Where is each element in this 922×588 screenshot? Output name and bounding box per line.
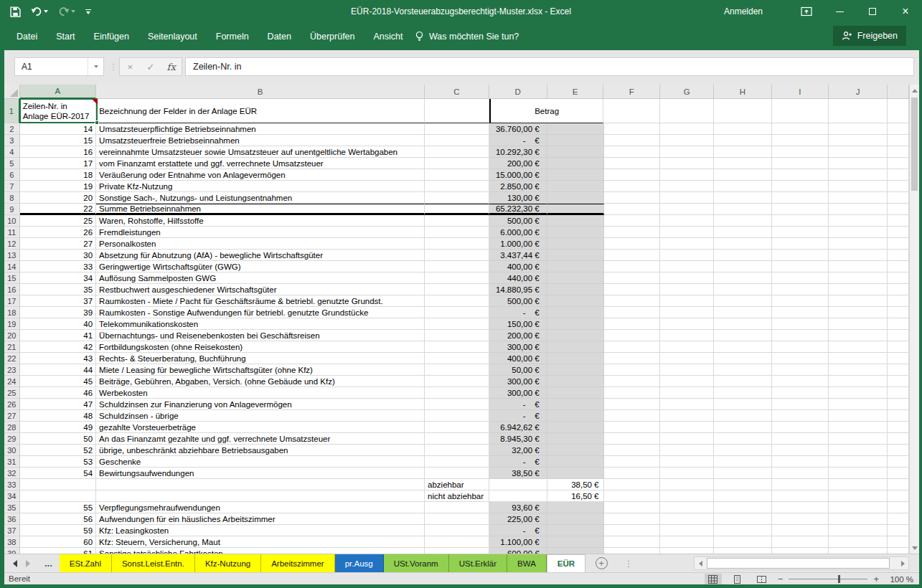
cell-C19[interactable] bbox=[425, 318, 489, 330]
row-header-22[interactable]: 22 bbox=[4, 353, 20, 364]
cell-G24[interactable] bbox=[660, 376, 714, 387]
cell-J7[interactable] bbox=[829, 181, 888, 192]
column-header-f[interactable]: F bbox=[603, 85, 660, 99]
cell-A13[interactable]: 30 bbox=[20, 250, 96, 261]
cell-D1-E1-betrag-header[interactable]: Betrag bbox=[489, 99, 604, 123]
cell-A10[interactable]: 25 bbox=[20, 215, 96, 227]
cell-partial-28[interactable] bbox=[888, 422, 909, 433]
cell-partial-11[interactable] bbox=[888, 227, 909, 238]
cell-A17[interactable]: 37 bbox=[20, 295, 96, 307]
cell-partial-7[interactable] bbox=[888, 181, 909, 192]
cell-H31[interactable] bbox=[714, 456, 772, 468]
cell-C4[interactable] bbox=[425, 146, 489, 158]
cell-J16[interactable] bbox=[829, 284, 888, 295]
row-header-27[interactable]: 27 bbox=[4, 410, 20, 422]
cell-G25[interactable] bbox=[660, 387, 714, 399]
cell-B33[interactable] bbox=[96, 479, 425, 490]
zoom-slider-track[interactable] bbox=[789, 579, 867, 579]
cell-C14[interactable] bbox=[425, 261, 489, 272]
confirm-entry-icon[interactable]: ✓ bbox=[141, 62, 161, 72]
cell-G14[interactable] bbox=[660, 261, 714, 272]
cell-I13[interactable] bbox=[772, 250, 829, 261]
cell-F5[interactable] bbox=[604, 158, 661, 169]
cell-partial-29[interactable] bbox=[888, 433, 909, 445]
cell-I17[interactable] bbox=[772, 295, 829, 307]
cell-A22[interactable]: 43 bbox=[20, 353, 96, 364]
cell-C12[interactable] bbox=[425, 238, 489, 250]
row-header-24[interactable]: 24 bbox=[4, 376, 20, 387]
cell-G18[interactable] bbox=[660, 307, 714, 318]
cell-A28[interactable]: 49 bbox=[20, 422, 96, 433]
column-header-b[interactable]: B bbox=[96, 85, 425, 99]
cell-F32[interactable] bbox=[604, 468, 661, 479]
cell-J24[interactable] bbox=[829, 376, 888, 387]
cell-A14[interactable]: 33 bbox=[20, 261, 96, 272]
cell-I19[interactable] bbox=[772, 318, 829, 330]
previous-sheet-button[interactable] bbox=[13, 560, 17, 567]
cell-A8[interactable]: 20 bbox=[20, 192, 96, 204]
row-header-8[interactable]: 8 bbox=[4, 192, 20, 204]
cell-G26[interactable] bbox=[660, 399, 714, 410]
cell-E10[interactable] bbox=[547, 215, 604, 227]
cell-B22[interactable]: Rechts- & Steuerberatung, Buchführung bbox=[96, 353, 425, 364]
cell-G37[interactable] bbox=[660, 525, 714, 536]
row-header-33[interactable]: 33 bbox=[4, 479, 20, 490]
cell-C1[interactable] bbox=[425, 99, 489, 123]
cell-E15[interactable] bbox=[547, 272, 604, 284]
cell-F36[interactable] bbox=[604, 513, 661, 525]
cell-H38[interactable] bbox=[714, 536, 772, 548]
cell-G12[interactable] bbox=[660, 238, 714, 250]
cell-I23[interactable] bbox=[772, 364, 829, 376]
cell-H9[interactable] bbox=[714, 204, 772, 215]
cell-I31[interactable] bbox=[772, 456, 829, 468]
cell-D14[interactable]: 400,00 € bbox=[489, 261, 547, 272]
cell-G22[interactable] bbox=[660, 353, 714, 364]
cell-I30[interactable] bbox=[772, 445, 829, 456]
cell-F11[interactable] bbox=[604, 227, 661, 238]
cell-D16[interactable]: 14.880,95 € bbox=[489, 284, 547, 295]
cell-G16[interactable] bbox=[660, 284, 714, 295]
cell-F14[interactable] bbox=[604, 261, 661, 272]
sign-in-link[interactable]: Anmelden bbox=[724, 6, 763, 16]
cell-I18[interactable] bbox=[772, 307, 829, 318]
cell-C25[interactable] bbox=[425, 387, 489, 399]
cell-B39[interactable]: Sonstige tatsächliche Fahrtkosten bbox=[96, 548, 425, 554]
cell-J19[interactable] bbox=[829, 318, 888, 330]
cell-H36[interactable] bbox=[714, 513, 772, 525]
cell-J6[interactable] bbox=[829, 169, 888, 181]
cell-I8[interactable] bbox=[772, 192, 829, 204]
cell-D9[interactable]: 65.232,30 € bbox=[489, 204, 547, 215]
row-header-11[interactable]: 11 bbox=[4, 227, 20, 238]
next-sheet-button[interactable] bbox=[26, 560, 30, 567]
cell-G34[interactable] bbox=[660, 490, 714, 502]
cell-H19[interactable] bbox=[714, 318, 772, 330]
cell-partial-17[interactable] bbox=[888, 295, 909, 307]
cell-D13[interactable]: 3.437,44 € bbox=[489, 250, 547, 261]
cell-J10[interactable] bbox=[829, 215, 888, 227]
cell-G21[interactable] bbox=[660, 341, 714, 353]
cell-partial-6[interactable] bbox=[888, 169, 909, 181]
cell-I27[interactable] bbox=[772, 410, 829, 422]
cell-H24[interactable] bbox=[714, 376, 772, 387]
cell-H26[interactable] bbox=[714, 399, 772, 410]
cell-I2[interactable] bbox=[772, 123, 829, 135]
row-header-20[interactable]: 20 bbox=[4, 330, 20, 341]
scroll-up-button[interactable] bbox=[910, 85, 920, 96]
cell-G13[interactable] bbox=[660, 250, 714, 261]
cell-F39[interactable] bbox=[604, 548, 661, 554]
cell-D23[interactable]: 50,00 € bbox=[489, 364, 547, 376]
cell-F23[interactable] bbox=[604, 364, 661, 376]
cell-A26[interactable]: 47 bbox=[20, 399, 96, 410]
cell-E30[interactable] bbox=[547, 445, 604, 456]
cell-partial-38[interactable] bbox=[888, 536, 909, 548]
cell-J22[interactable] bbox=[829, 353, 888, 364]
sheet-tab-bwa[interactable]: BWA bbox=[507, 554, 547, 572]
cell-C20[interactable] bbox=[425, 330, 489, 341]
tell-me-box[interactable]: Was möchten Sie tun? bbox=[415, 23, 519, 50]
cell-B4[interactable]: vereinnahmte Umsatzsteuer sowie Umsatzst… bbox=[96, 146, 425, 158]
cell-C39[interactable] bbox=[425, 548, 489, 554]
cell-H10[interactable] bbox=[714, 215, 772, 227]
cell-F12[interactable] bbox=[604, 238, 661, 250]
cell-A2[interactable]: 14 bbox=[20, 123, 96, 135]
cell-partial-24[interactable] bbox=[888, 376, 909, 387]
